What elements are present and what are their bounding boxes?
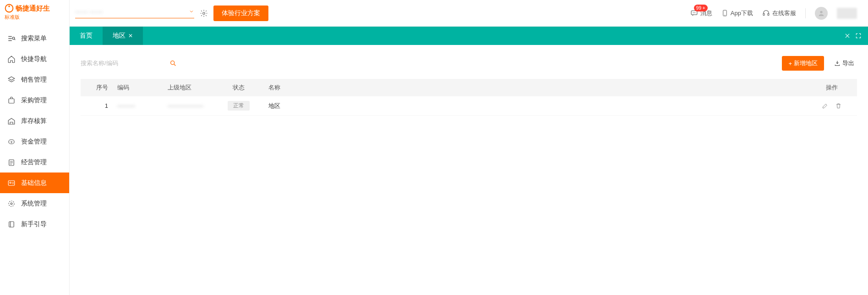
svg-point-22 [171,61,175,64]
col-status: 状态 [213,83,264,92]
sidebar-item-label: 经营管理 [21,158,47,167]
brand-name: 畅捷通好生 [16,4,50,13]
brand-icon [5,4,14,13]
svg-point-1 [8,6,10,7]
tabs-row: 首页地区✕ [70,27,868,45]
cell-op [807,102,857,109]
tab-1[interactable]: 地区✕ [103,27,143,45]
cell-code: ——— [113,102,163,109]
export-icon [834,60,841,67]
plus-icon: + [788,60,792,67]
sidebar-item-gear-dashed[interactable]: 系统管理 [0,193,69,214]
user-icon [818,10,825,17]
bag-icon [7,96,16,105]
add-region-label: 新增地区 [794,59,818,67]
svg-point-15 [694,12,694,13]
svg-point-18 [725,15,725,15]
svg-point-8 [10,182,11,183]
sidebar-item-label: 库存核算 [21,117,47,125]
settings-icon[interactable] [200,9,208,17]
cell-status: 正常 [213,101,264,111]
export-label: 导出 [842,59,854,67]
sidebar-item-label: 销售管理 [21,76,47,84]
headset-icon [762,9,770,17]
brand-logo: 畅捷通好生 [5,4,65,13]
sidebar: 畅捷通好生 标准版 搜索菜单快捷导航销售管理采购管理库存核算¥资金管理经营管理基… [0,0,70,295]
online-service-label: 在线客服 [772,9,796,17]
region-table: 序号 编码 上级地区 状态 名称 操作 1—————————正常地区 [81,79,857,116]
sidebar-item-label: 资金管理 [21,138,47,146]
app-download-label: App下载 [731,9,753,17]
add-region-button[interactable]: + 新增地区 [782,56,824,71]
search-box [81,60,177,67]
svg-point-21 [820,11,822,13]
col-seq: 序号 [81,83,113,92]
export-button[interactable]: 导出 [831,56,857,71]
top-links: 99 + 消息 App下载 在线客服 [690,7,857,20]
sidebar-item-label: 采购管理 [21,96,47,105]
brand-edition: 标准版 [5,14,65,21]
user-name-placeholder [837,8,857,19]
close-all-tabs-icon[interactable] [844,33,851,39]
id-card-icon [7,179,16,187]
table-row: 1—————————正常地区 [81,96,857,116]
sidebar-item-tag[interactable]: 销售管理 [0,69,69,90]
side-nav: 搜索菜单快捷导航销售管理采购管理库存核算¥资金管理经营管理基础信息系统管理新手引… [0,28,69,234]
tag-icon [7,76,16,84]
tab-0[interactable]: 首页 [70,27,103,45]
close-icon[interactable]: ✕ [128,33,133,39]
messages-link[interactable]: 99 + 消息 [690,9,712,17]
svg-rect-11 [9,222,14,227]
search-input[interactable] [81,60,165,67]
col-parent: 上级地区 [163,83,213,92]
cell-parent: —————— [163,102,213,109]
sidebar-item-guide[interactable]: 新手引导 [0,214,69,234]
delete-icon[interactable] [835,102,842,109]
svg-rect-19 [763,13,764,15]
sidebar-item-home[interactable]: 快捷导航 [0,49,69,69]
cell-seq: 1 [81,102,113,109]
sidebar-item-label: 新手引导 [21,220,47,228]
sidebar-item-id-card[interactable]: 基础信息 [0,173,69,193]
org-selector[interactable]: —— —— [75,8,194,18]
clipboard-icon [7,158,16,167]
sidebar-item-label: 基础信息 [21,179,47,187]
divider [805,8,806,18]
gear-dashed-icon [7,200,16,208]
svg-point-10 [11,203,12,205]
svg-point-16 [695,12,695,13]
messages-badge: 99 + [694,5,708,11]
money-icon: ¥ [7,138,16,146]
avatar[interactable] [815,7,828,20]
main-area: —— —— 体验行业方案 99 + 消息 App下载 [70,0,868,295]
sidebar-item-search-menu[interactable]: 搜索菜单 [0,28,69,49]
col-op: 操作 [807,83,857,92]
app-download-link[interactable]: App下载 [721,9,753,17]
tabs-actions [838,27,868,45]
table-header: 序号 编码 上级地区 状态 名称 操作 [81,79,857,96]
svg-rect-7 [8,180,15,185]
warehouse-icon [7,117,16,125]
cell-name: 地区 [264,102,807,110]
svg-rect-3 [9,99,14,103]
svg-point-12 [203,12,205,14]
svg-point-9 [9,201,14,206]
sidebar-item-warehouse[interactable]: 库存核算 [0,111,69,131]
brand-block: 畅捷通好生 标准版 [0,0,69,22]
experience-plan-button[interactable]: 体验行业方案 [213,6,268,21]
online-service-link[interactable]: 在线客服 [762,9,796,17]
edit-icon[interactable] [822,102,829,109]
sidebar-item-label: 系统管理 [21,200,47,208]
status-badge: 正常 [228,101,250,111]
topbar: —— —— 体验行业方案 99 + 消息 App下载 [70,0,868,27]
col-name: 名称 [264,83,807,92]
sidebar-item-money[interactable]: ¥资金管理 [0,131,69,152]
search-icon[interactable] [169,60,177,67]
chevron-down-icon [189,9,194,14]
toolbar: + 新增地区 导出 [81,56,857,71]
svg-text:¥: ¥ [11,140,13,144]
home-icon [7,55,16,63]
sidebar-item-clipboard[interactable]: 经营管理 [0,152,69,173]
sidebar-item-bag[interactable]: 采购管理 [0,90,69,111]
fullscreen-icon[interactable] [855,33,862,39]
